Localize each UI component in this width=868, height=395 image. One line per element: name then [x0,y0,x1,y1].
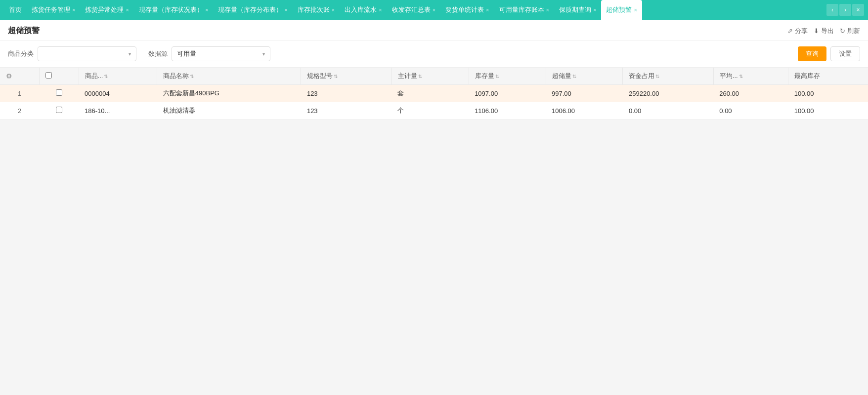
export-button[interactable]: ⬇ 导出 [814,27,834,36]
cell-overstock: 997.00 [546,85,623,102]
data-table: ⚙ 商品...⇅ 商品名称⇅ 规格型号⇅ 主计量⇅ 库存量⇅ 超储量⇅ 资金占用… [0,68,868,119]
nav-batch-account[interactable]: 库存批次账 × [293,0,340,20]
nav-home[interactable]: 首页 [4,0,27,20]
table-row: 1 0000004 六配套新昌490BPG 123 套 1097.00 997.… [0,85,868,102]
row-checkbox-cell[interactable] [39,102,79,119]
page-header: 超储预警 ⬀ 分享 ⬇ 导出 ↻ 刷新 [0,20,868,40]
category-filter-label: 商品分类 [8,49,34,58]
sort-icon: ⇅ [104,74,108,79]
cell-capital: 259220.00 [623,85,713,102]
refresh-button[interactable]: ↻ 刷新 [840,27,860,36]
cell-product-code: 186-10... [79,102,157,119]
nav-quality-check[interactable]: 保质期查询 × [554,0,601,20]
col-product-name[interactable]: 商品名称⇅ [157,68,301,85]
close-icon[interactable]: × [332,7,335,13]
nav-stock-status[interactable]: 现存量（库存状况表） × [134,0,213,20]
nav-stock-dist[interactable]: 现存量（库存分布表） × [213,0,292,20]
chevron-down-icon: ▾ [262,51,265,57]
table-row: 2 186-10... 机油滤清器 123 个 1106.00 1006.00 … [0,102,868,119]
row-checkbox-cell[interactable] [39,85,79,102]
col-max-stock: 最高库存 [788,68,868,85]
col-settings[interactable]: ⚙ [0,68,39,85]
close-icon[interactable]: × [205,7,208,13]
row-number: 1 [0,85,39,102]
close-icon[interactable]: × [379,7,382,13]
nav-more-button[interactable]: × [852,4,864,16]
cell-max-stock: 100.00 [788,102,868,119]
col-spec[interactable]: 规格型号⇅ [301,68,391,85]
nav-receive-summary[interactable]: 收发存汇总表 × [387,0,440,20]
nav-inout-flow[interactable]: 出入库流水 × [340,0,387,20]
cell-spec: 123 [301,102,391,119]
share-button[interactable]: ⬀ 分享 [787,27,808,36]
table-header-row: ⚙ 商品...⇅ 商品名称⇅ 规格型号⇅ 主计量⇅ 库存量⇅ 超储量⇅ 资金占用… [0,68,868,85]
header-actions: ⬀ 分享 ⬇ 导出 ↻ 刷新 [787,27,860,36]
table-body: 1 0000004 六配套新昌490BPG 123 套 1097.00 997.… [0,85,868,119]
cell-avg: 0.00 [713,102,788,119]
cell-capital: 0.00 [623,102,713,119]
page-title: 超储预警 [8,26,40,36]
refresh-icon: ↻ [840,27,845,35]
col-checkbox [39,68,79,85]
filter-bar: 商品分类 ▾ 数据源 可用量 ▾ 查询 设置 [0,40,868,68]
sort-icon: ⇅ [418,74,422,79]
cell-avg: 260.00 [713,85,788,102]
category-filter-group: 商品分类 ▾ [8,46,136,61]
sort-icon: ⇅ [190,74,194,79]
col-overstock[interactable]: 超储量⇅ [546,68,623,85]
row-checkbox[interactable] [56,107,62,113]
category-select[interactable]: ▾ [38,46,136,61]
nav-overstock-warning[interactable]: 超储预警 × [601,0,642,20]
cell-max-stock: 100.00 [788,85,868,102]
close-icon[interactable]: × [593,7,596,13]
row-number: 2 [0,102,39,119]
sort-icon: ⇅ [572,74,576,79]
cell-stock: 1106.00 [469,102,546,119]
nav-order-stats[interactable]: 要货单统计表 × [440,0,494,20]
nav-arrow-group: ‹ › × [826,4,864,16]
nav-next-button[interactable]: › [839,4,851,16]
top-navigation: 首页 拣货任务管理 × 拣货异常处理 × 现存量（库存状况表） × 现存量（库存… [0,0,868,20]
nav-available-account[interactable]: 可用量库存账本 × [494,0,554,20]
datasource-filter-group: 数据源 可用量 ▾ [148,46,270,61]
nav-task-mgmt[interactable]: 拣货任务管理 × [27,0,80,20]
close-icon[interactable]: × [284,7,287,13]
col-avg[interactable]: 平均...⇅ [713,68,788,85]
cell-spec: 123 [301,85,391,102]
share-icon: ⬀ [787,27,793,35]
empty-content-area [0,119,868,395]
col-product-code[interactable]: 商品...⇅ [79,68,157,85]
cell-product-name: 机油滤清器 [157,102,301,119]
cell-overstock: 1006.00 [546,102,623,119]
close-icon[interactable]: × [72,7,75,13]
filter-actions: 查询 设置 [798,46,860,61]
close-icon[interactable]: × [126,7,129,13]
cell-unit: 套 [391,85,469,102]
col-stock[interactable]: 库存量⇅ [469,68,546,85]
nav-prev-button[interactable]: ‹ [826,4,838,16]
cell-unit: 个 [391,102,469,119]
sort-icon: ⇅ [739,74,743,79]
close-icon[interactable]: × [486,7,489,13]
close-icon[interactable]: × [546,7,549,13]
cell-stock: 1097.00 [469,85,546,102]
datasource-label: 数据源 [148,49,168,58]
nav-abnormal[interactable]: 拣货异常处理 × [80,0,133,20]
export-icon: ⬇ [814,27,819,35]
settings-button[interactable]: 设置 [830,46,860,61]
select-all-checkbox[interactable] [45,72,52,79]
datasource-select[interactable]: 可用量 ▾ [172,46,270,61]
close-icon[interactable]: × [433,7,435,13]
col-capital[interactable]: 资金占用⇅ [623,68,713,85]
data-table-wrap: ⚙ 商品...⇅ 商品名称⇅ 规格型号⇅ 主计量⇅ 库存量⇅ 超储量⇅ 资金占用… [0,68,868,119]
col-unit[interactable]: 主计量⇅ [391,68,469,85]
chevron-down-icon: ▾ [129,51,131,57]
sort-icon: ⇅ [334,74,338,79]
close-icon[interactable]: × [634,7,637,13]
sort-icon: ⇅ [655,74,659,79]
query-button[interactable]: 查询 [798,46,826,61]
sort-icon: ⇅ [495,74,499,79]
cell-product-code: 0000004 [79,85,157,102]
cell-product-name: 六配套新昌490BPG [157,85,301,102]
row-checkbox[interactable] [56,89,62,96]
